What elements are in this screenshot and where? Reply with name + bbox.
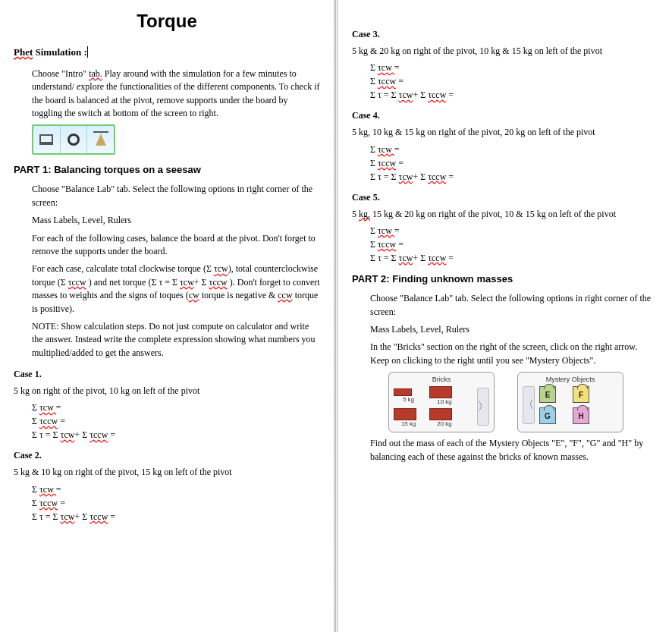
part1-p1: Choose "Balance Lab" tab. Select the fol… — [32, 183, 320, 209]
part2-p3: In the "Bricks" section on the right of … — [370, 341, 658, 367]
case4-formulas: Σ τcw = Σ τccw = Σ τ = Σ τcw+ Σ τccw = — [370, 144, 658, 183]
part1-heading: PART 1: Balancing torques on a seesaw — [14, 164, 320, 175]
mystery-panel: Mystery Objects 〈 E F G H — [517, 372, 623, 432]
part2-body: Choose "Balance Lab" tab. Select the fol… — [370, 292, 658, 464]
intro-text: Choose "Intro" tab. Play around with the… — [32, 68, 320, 121]
chevron-right-icon[interactable]: 〉 — [477, 388, 489, 426]
mystery-e-icon: E — [539, 386, 556, 403]
scale-icon — [39, 134, 53, 145]
text-cursor[interactable]: : — [83, 46, 87, 58]
case4-label: Case 4. — [352, 110, 658, 121]
case5-desc: 5 kg, 15 kg & 20 kg on right of the pivo… — [352, 208, 658, 221]
part1-body: Choose "Balance Lab" tab. Select the fol… — [32, 183, 320, 360]
case3-desc: 5 kg & 20 kg on right of the pivot, 10 k… — [352, 45, 658, 58]
intro-block: Choose "Intro" tab. Play around with the… — [32, 68, 320, 156]
phet-heading: Phet Simulation : — [14, 46, 320, 60]
part1-p3: For each of the following cases, balance… — [32, 232, 320, 259]
mystery-title: Mystery Objects — [523, 376, 618, 383]
case1-label: Case 1. — [14, 369, 320, 380]
chevron-left-icon[interactable]: 〈 — [523, 386, 535, 424]
brick-icon — [394, 388, 412, 396]
part2-p4: Find out the mass of each of the Mystery… — [370, 437, 658, 464]
bricks-panel: Bricks 5 kg 10 kg 15 kg 20 kg — [388, 372, 495, 432]
doc-title: Torque — [14, 11, 320, 32]
sim-panel-1 — [33, 126, 60, 153]
sim-thumbnail — [32, 124, 115, 155]
case1-desc: 5 kg on right of the pivot, 10 kg on lef… — [14, 385, 320, 398]
brick-icon — [429, 386, 452, 398]
brick-icon — [394, 408, 416, 420]
mystery-h-icon: H — [573, 407, 589, 424]
sim-word: Simulation — [33, 46, 83, 58]
part1-p4: For each case, calculate total clockwise… — [32, 263, 320, 316]
part2-p2: Mass Labels, Level, Rulers — [370, 323, 658, 336]
phet-word: Phet — [14, 46, 33, 58]
mystery-g-icon: G — [539, 407, 556, 424]
case2-label: Case 2. — [14, 450, 320, 461]
sim-panel-3 — [86, 126, 114, 153]
part2-p1: Choose "Balance Lab" tab. Select the fol… — [370, 292, 658, 319]
bricks-title: Bricks — [394, 376, 489, 383]
page-right: Case 3. 5 kg & 20 kg on right of the piv… — [338, 0, 672, 632]
case3-label: Case 3. — [352, 29, 658, 40]
part1-p2: Mass Labels, Level, Rulers — [32, 214, 320, 227]
case5-label: Case 5. — [352, 192, 658, 203]
wheel-icon — [68, 134, 80, 146]
case4-desc: 5 kg, 10 kg & 15 kg on right of the pivo… — [352, 126, 658, 139]
case2-formulas: Σ τcw = Σ τccw = Σ τ = Σ τcw+ Σ τccw = — [32, 484, 320, 523]
case3-formulas: Σ τcw = Σ τccw = Σ τ = Σ τcw+ Σ τccw = — [370, 62, 658, 101]
page-left: Torque Phet Simulation : Choose "Intro" … — [0, 0, 334, 632]
case2-desc: 5 kg & 10 kg on right of the pivot, 15 k… — [14, 466, 320, 479]
tower-icon — [96, 134, 106, 146]
panels-row: Bricks 5 kg 10 kg 15 kg 20 kg — [388, 372, 658, 432]
part2-heading: PART 2: Finding unknown masses — [352, 273, 658, 285]
part1-note: NOTE: Show calculation steps. Do not jus… — [32, 320, 320, 360]
case5-formulas: Σ τcw = Σ τccw = Σ τ = Σ τcw+ Σ τccw = — [370, 225, 658, 264]
sim-panel-2 — [60, 126, 87, 153]
brick-icon — [429, 408, 452, 420]
page-spread: Torque Phet Simulation : Choose "Intro" … — [0, 0, 672, 632]
mystery-f-icon: F — [573, 386, 589, 403]
case1-formulas: Σ τcw = Σ τccw = Σ τ = Σ τcw+ Σ τccw = — [32, 402, 320, 441]
